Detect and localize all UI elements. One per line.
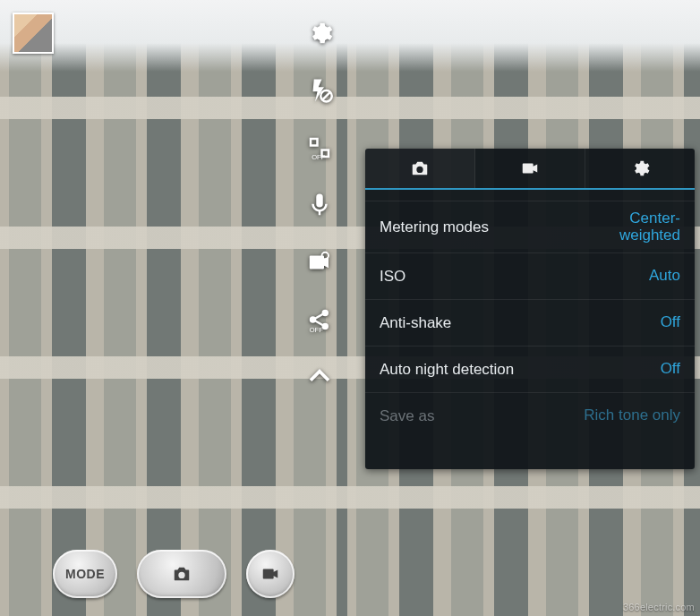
video-effect-icon[interactable] — [303, 245, 337, 279]
settings-row-value: Off — [661, 361, 680, 378]
mode-button[interactable]: MODE — [53, 550, 117, 598]
settings-tab-bar — [365, 149, 695, 190]
settings-row-label: Anti-shake — [380, 314, 451, 332]
svg-text:OFF: OFF — [310, 326, 323, 333]
chevron-up-icon[interactable] — [303, 360, 337, 394]
svg-point-6 — [323, 324, 328, 329]
video-icon — [260, 564, 281, 584]
video-icon — [518, 158, 542, 178]
watermark-text: 366electric.com — [623, 602, 695, 612]
camera-icon — [171, 564, 192, 584]
svg-line-1 — [322, 92, 330, 100]
photo-shutter-button[interactable] — [137, 550, 226, 598]
settings-row[interactable]: Save asRich tone only — [365, 392, 695, 439]
video-record-button[interactable] — [246, 550, 295, 598]
gear-icon[interactable] — [303, 16, 337, 50]
flash-off-icon[interactable] — [303, 73, 337, 107]
settings-row-label: ISO — [380, 268, 405, 286]
viewfinder-background — [0, 0, 347, 616]
tab-camera[interactable] — [365, 149, 475, 188]
settings-row-value: Off — [661, 314, 680, 331]
settings-row[interactable]: Auto night detectionOff — [365, 346, 695, 392]
svg-text:OFF: OFF — [312, 153, 325, 161]
camera-viewfinder-left: OFF OFF MODE — [0, 0, 347, 616]
settings-row-label: Save as — [380, 407, 434, 425]
gallery-thumbnail[interactable] — [13, 13, 54, 54]
camera-settings-panel: Face detectionOnMetering modesCenter- we… — [365, 149, 695, 469]
mic-icon[interactable] — [303, 188, 337, 222]
svg-point-4 — [311, 318, 315, 322]
quick-settings-sidebar: OFF OFF — [299, 16, 340, 394]
settings-row[interactable]: Face detectionOn — [365, 190, 695, 201]
camera-viewfinder-right: Face detectionOnMetering modesCenter- we… — [347, 0, 700, 616]
bottom-action-bar: MODE — [0, 550, 347, 598]
sky-area — [347, 0, 700, 72]
settings-list[interactable]: Face detectionOnMetering modesCenter- we… — [365, 190, 695, 469]
tab-video[interactable] — [475, 149, 585, 188]
tab-settings[interactable] — [585, 149, 695, 188]
settings-row[interactable]: Anti-shakeOff — [365, 299, 695, 346]
mode-button-label: MODE — [65, 567, 105, 581]
settings-row-value: Auto — [649, 268, 680, 285]
settings-row[interactable]: Metering modesCenter- weighted — [365, 201, 695, 252]
settings-row[interactable]: ISOAuto — [365, 252, 695, 299]
settings-row-value: Center- weighted — [619, 210, 680, 244]
settings-row-label: Auto night detection — [380, 361, 514, 379]
share-off-icon[interactable]: OFF — [303, 303, 337, 337]
camera-icon — [408, 158, 431, 178]
svg-point-5 — [323, 311, 328, 315]
exposure-off-icon[interactable]: OFF — [303, 131, 337, 165]
gear-icon — [628, 158, 652, 178]
settings-row-label: Metering modes — [380, 218, 489, 236]
settings-row-value: Rich tone only — [584, 407, 680, 424]
